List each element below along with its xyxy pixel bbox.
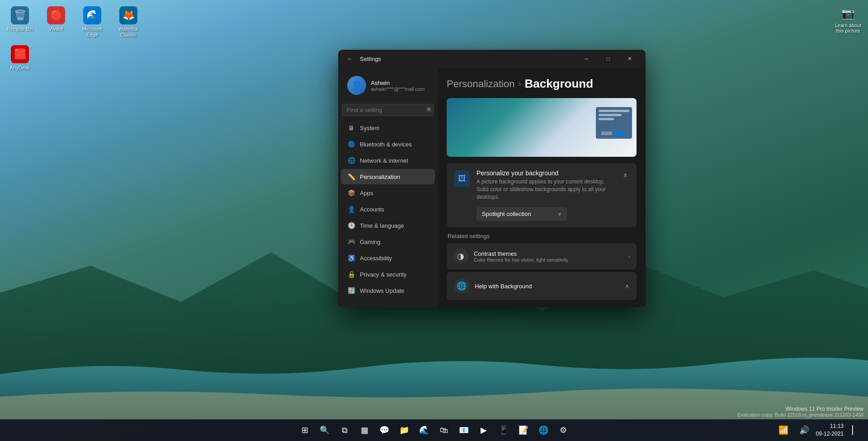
- waterfox-icon[interactable]: 🦊 Waterfox Classic: [113, 5, 144, 40]
- anydesk-label: AnyDesk: [10, 65, 30, 71]
- user-info: Ashwin ashwin****@***mail.com: [371, 80, 425, 92]
- close-button[interactable]: ✕: [619, 52, 640, 66]
- bluetooth-label: Bluetooth & devices: [360, 141, 412, 148]
- sidebar-item-windows-update[interactable]: 🔄 Windows Update: [341, 283, 435, 298]
- contrast-themes-text: Contrast themes Color themes for low vis…: [474, 250, 623, 263]
- learn-about-label: Learn about this picture: [833, 23, 863, 33]
- personalize-text: Personalize your background A picture ba…: [476, 169, 615, 201]
- apps-label: Apps: [360, 190, 373, 197]
- taskbar-date: 09-12-2021: [816, 430, 844, 438]
- sidebar-item-bluetooth[interactable]: 🔵 Bluetooth & devices: [341, 136, 435, 152]
- chrome-button[interactable]: 🌐: [534, 421, 552, 439]
- network-taskbar-icon[interactable]: 📶: [774, 421, 793, 439]
- network-label: Network & internet: [360, 157, 408, 164]
- clock-area[interactable]: 11:13 09-12-2021: [816, 422, 844, 438]
- contrast-themes-icon: ◑: [453, 249, 468, 264]
- camera-icon: 📷: [839, 5, 857, 23]
- breadcrumb-separator: ›: [518, 79, 521, 89]
- chat-button[interactable]: 💬: [375, 421, 393, 439]
- edge-icon[interactable]: 🌊 Microsoft Edge: [77, 5, 108, 40]
- gaming-label: Gaming: [360, 239, 381, 245]
- privacy-icon: 🔒: [347, 270, 355, 278]
- sidebar-item-personalization[interactable]: ✏️ Personalization: [341, 169, 435, 184]
- gaming-icon: 🎮: [347, 238, 355, 246]
- task-view-button[interactable]: ⧉: [335, 421, 354, 439]
- build-line1: Windows 11 Pro Insider Preview: [737, 406, 863, 412]
- dropdown-value: Spotlight collection: [482, 211, 531, 217]
- contrast-themes-subtitle: Color themes for low vision, light sensi…: [474, 257, 623, 263]
- media-button[interactable]: ▶: [475, 421, 493, 439]
- contrast-themes-title: Contrast themes: [474, 250, 623, 257]
- title-bar: ← Settings ─ □ ✕: [338, 50, 646, 68]
- settings-taskbar-button[interactable]: ⚙: [554, 421, 572, 439]
- mail-button[interactable]: 📧: [455, 421, 473, 439]
- contrast-themes-chevron: ›: [628, 253, 630, 260]
- phone-button[interactable]: 📱: [495, 421, 513, 439]
- help-header: 🌐 Help with Background ∧: [447, 272, 637, 300]
- taskbar-right: 📶 🔊 11:13 09-12-2021 ▏: [774, 421, 864, 439]
- system-label: System: [360, 125, 379, 131]
- back-button[interactable]: ←: [344, 52, 356, 65]
- personalize-header: 🖼 Personalize your background A picture …: [447, 163, 637, 207]
- help-left: 🌐 Help with Background: [454, 278, 532, 294]
- search-input[interactable]: [347, 107, 423, 113]
- user-profile[interactable]: 👤 Ashwin ashwin****@***mail.com: [341, 71, 435, 102]
- sidebar-item-accounts[interactable]: 👤 Accounts: [341, 202, 435, 217]
- preview-btn-gray: [601, 131, 612, 135]
- recycle-bin-img: 🗑️: [11, 6, 29, 24]
- anydesk-img: 🟥: [11, 45, 29, 63]
- help-chevron[interactable]: ∧: [625, 282, 629, 290]
- settings-window: ← Settings ─ □ ✕ 👤 Ashwin ashwin****@***…: [338, 50, 646, 307]
- preview-overlay: [596, 107, 632, 139]
- sidebar-item-system[interactable]: 🖥 System: [341, 120, 435, 136]
- settings-main: Personalization › Background: [438, 68, 646, 307]
- edge-img: 🌊: [83, 6, 101, 24]
- widgets-button[interactable]: ▦: [355, 421, 373, 439]
- search-container: 🔍: [338, 104, 438, 120]
- sidebar-item-gaming[interactable]: 🎮 Gaming: [341, 234, 435, 249]
- sidebar-item-apps[interactable]: 📦 Apps: [341, 185, 435, 201]
- personalize-card: 🖼 Personalize your background A picture …: [447, 163, 637, 227]
- start-button[interactable]: ⊞: [296, 421, 314, 439]
- anydesk-icon[interactable]: 🟥 AnyDesk: [5, 43, 35, 73]
- search-box: 🔍: [342, 104, 434, 116]
- store-button[interactable]: 🛍: [435, 421, 453, 439]
- sidebar-item-privacy[interactable]: 🔒 Privacy & security: [341, 267, 435, 282]
- vivaldi-icon[interactable]: 🔴 Vivaldi: [41, 5, 71, 40]
- volume-icon[interactable]: 🔊: [795, 421, 813, 439]
- help-card: 🌐 Help with Background ∧: [447, 272, 637, 300]
- sidebar-item-network[interactable]: 🌐 Network & internet: [341, 153, 435, 168]
- sidebar-item-time-language[interactable]: 🕐 Time & language: [341, 218, 435, 233]
- personalization-icon: ✏️: [347, 173, 355, 181]
- recycle-bin-icon[interactable]: 🗑️ Recycle Bin: [5, 5, 35, 40]
- vivaldi-label: Vivaldi: [49, 26, 63, 32]
- build-line2: Evaluation copy. Build 22518.rs_prerelea…: [737, 412, 863, 418]
- personalize-title: Personalize your background: [476, 169, 615, 177]
- bluetooth-icon: 🔵: [347, 140, 355, 148]
- breadcrumb-current: Background: [524, 77, 593, 91]
- waterfox-label: Waterfox Classic: [115, 26, 142, 38]
- edge-taskbar-button[interactable]: 🌊: [415, 421, 433, 439]
- show-desktop-button[interactable]: ▏: [846, 421, 864, 439]
- help-title: Help with Background: [475, 283, 532, 290]
- maximize-button[interactable]: □: [598, 52, 618, 66]
- accessibility-icon: ♿: [347, 254, 355, 262]
- edge-label: Microsoft Edge: [79, 26, 106, 38]
- user-avatar: 👤: [347, 76, 366, 95]
- help-icon: 🌐: [454, 278, 469, 294]
- sidebar-item-accessibility[interactable]: ♿ Accessibility: [341, 250, 435, 266]
- update-label: Windows Update: [360, 287, 404, 294]
- notepad-button[interactable]: 📝: [514, 421, 533, 439]
- background-type-dropdown[interactable]: Spotlight collection ∨: [476, 207, 567, 221]
- personalize-chevron[interactable]: ∧: [621, 169, 629, 180]
- search-icon: 🔍: [426, 107, 433, 113]
- explorer-button[interactable]: 📁: [395, 421, 413, 439]
- contrast-themes-item[interactable]: ◑ Contrast themes Color themes for low v…: [447, 243, 637, 269]
- search-button[interactable]: 🔍: [316, 421, 334, 439]
- minimize-button[interactable]: ─: [576, 52, 597, 66]
- user-email: ashwin****@***mail.com: [371, 86, 425, 92]
- time-label: Time & language: [360, 222, 404, 229]
- learn-about-icon[interactable]: 📷 Learn about this picture: [833, 5, 863, 33]
- preview-lines: [599, 110, 629, 120]
- desktop-icons-container: 🗑️ Recycle Bin 🔴 Vivaldi 🌊 Microsoft Edg…: [5, 5, 144, 73]
